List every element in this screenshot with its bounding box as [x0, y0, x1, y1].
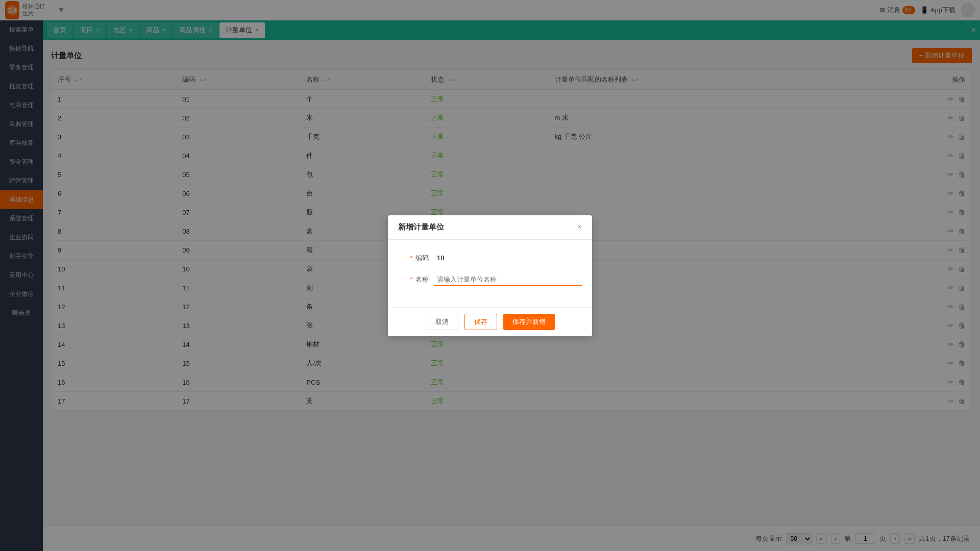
modal-title: 新增计量单位: [398, 222, 444, 232]
form-row-code: * 编码: [398, 252, 582, 264]
save-button[interactable]: 保存: [464, 314, 497, 330]
modal-overlay: 新增计量单位 × * 编码 * 名称 取消 保存 保存并新增: [0, 0, 980, 551]
code-label-text: 编码: [415, 254, 429, 262]
cancel-button[interactable]: 取消: [426, 314, 458, 330]
code-label: * 编码: [398, 254, 429, 263]
modal-body: * 编码 * 名称: [388, 240, 592, 307]
modal-footer: 取消 保存 保存并新增: [388, 307, 592, 336]
modal-header: 新增计量单位 ×: [388, 215, 592, 240]
name-label: * 名称: [398, 275, 429, 284]
name-input[interactable]: [434, 273, 582, 286]
save-and-new-button[interactable]: 保存并新增: [503, 314, 555, 330]
name-label-text: 名称: [415, 276, 429, 283]
code-required-mark: *: [410, 254, 412, 262]
code-input[interactable]: [434, 252, 582, 264]
modal-close-button[interactable]: ×: [577, 222, 582, 232]
name-required-mark: *: [410, 276, 412, 283]
form-row-name: * 名称: [398, 273, 582, 286]
add-unit-modal: 新增计量单位 × * 编码 * 名称 取消 保存 保存并新增: [388, 215, 592, 336]
